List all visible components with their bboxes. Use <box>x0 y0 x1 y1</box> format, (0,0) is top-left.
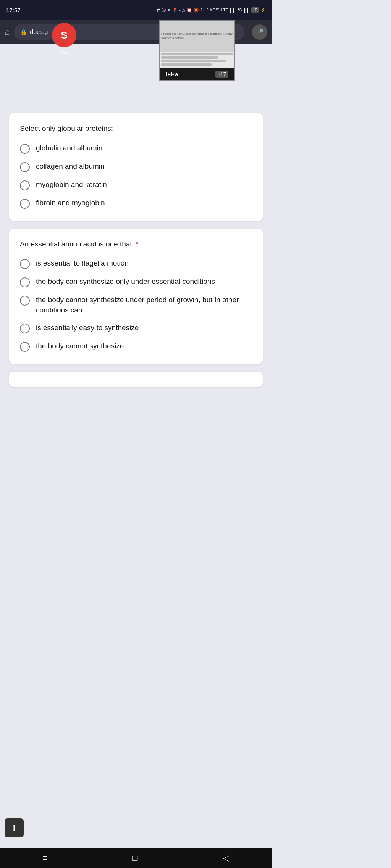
radio-1-3[interactable] <box>20 180 30 190</box>
question-1-card: Select only globular proteins: globulin … <box>9 113 263 221</box>
video-lines <box>160 52 234 68</box>
4g-label: ⁴G <box>238 8 242 13</box>
bottom-partial-card <box>9 372 263 387</box>
required-star: * <box>136 240 138 248</box>
clock-icon: ⏰ <box>187 8 192 13</box>
alarm-icon: △ <box>182 8 185 13</box>
battery-level: 18 <box>251 7 259 13</box>
k-icon: Ⓚ <box>162 7 166 13</box>
nav-menu-icon[interactable]: ≡ <box>42 853 47 863</box>
exclamation-icon: ! <box>13 823 15 833</box>
video-footer: ІнНа +17 <box>160 68 234 80</box>
option-2-4-text: is essentially easy to synthesize <box>36 323 139 333</box>
plus-badge: +17 <box>215 71 228 78</box>
rotate-icon: ⇄ <box>157 8 160 13</box>
time: 17:57 <box>6 7 21 13</box>
mic-icon: 🎤 <box>256 29 263 36</box>
option-1-3[interactable]: myoglobin and keratin <box>20 180 252 190</box>
radio-2-4[interactable] <box>20 324 30 333</box>
radio-2-3[interactable] <box>20 296 30 306</box>
avatar: S <box>52 23 76 47</box>
option-2-1[interactable]: is essential to flagella motion <box>20 258 252 269</box>
network-speed: 11.0 KB/S <box>200 8 220 12</box>
maps-icon: 📍 <box>172 8 178 13</box>
option-2-5-text: the body cannot synthesize <box>36 341 124 351</box>
nav-home-square-icon[interactable]: □ <box>132 853 137 863</box>
avatar-letter: S <box>61 29 67 41</box>
home-icon[interactable]: ⌂ <box>5 27 10 37</box>
video-content: Protein doc text... globular protein des… <box>160 21 234 52</box>
question-2-card: An essential amino acid is one that:* is… <box>9 229 263 364</box>
url-text: docs.g <box>30 29 48 35</box>
radio-1-4[interactable] <box>20 199 30 209</box>
video-overlay: S You Protein doc text... globular prote… <box>52 20 220 55</box>
radio-2-2[interactable] <box>20 277 30 287</box>
signal-bars: ▌▌ <box>244 8 250 12</box>
mic-button-right[interactable]: 🎤 <box>252 24 267 40</box>
main-content: Select only globular proteins: globulin … <box>0 113 272 402</box>
radio-2-5[interactable] <box>20 342 30 352</box>
charge-icon: ⚡ <box>260 8 266 13</box>
option-1-4[interactable]: fibroin and myoglobin <box>20 198 252 209</box>
question-1-options: globulin and albumin collagen and albumi… <box>20 143 252 209</box>
floating-exclamation-button[interactable]: ! <box>5 818 24 837</box>
lte-label: LTE <box>221 8 228 12</box>
status-icons: ⇄ Ⓚ ✕ 📍 • △ ⏰ 🔕 11.0 KB/S LTE ▌▌ ⁴G ▌▌ 1… <box>157 7 266 13</box>
radio-1-2[interactable] <box>20 162 30 172</box>
ihha-label: ІнНа <box>166 71 178 77</box>
lock-icon: 🔒 <box>20 29 27 35</box>
option-2-3[interactable]: the body cannot synthesize under period … <box>20 295 252 315</box>
option-1-1-text: globulin and albumin <box>36 143 102 153</box>
x-icon: ✕ <box>167 8 171 13</box>
avatar-label: You <box>60 49 69 55</box>
bell-icon: 🔕 <box>194 8 199 13</box>
option-2-3-text: the body cannot synthesize under period … <box>36 295 252 315</box>
signal-icon: ▌▌ <box>230 8 236 12</box>
option-1-2-text: collagen and albumin <box>36 161 105 172</box>
option-2-1-text: is essential to flagella motion <box>36 258 129 269</box>
status-bar: 17:57 ⇄ Ⓚ ✕ 📍 • △ ⏰ 🔕 11.0 KB/S LTE ▌▌ ⁴… <box>0 0 272 20</box>
nav-back-icon[interactable]: ◁ <box>223 853 229 863</box>
dot-sep: • <box>179 8 181 12</box>
option-1-2[interactable]: collagen and albumin <box>20 161 252 172</box>
question-2-label: An essential amino acid is one that: <box>20 240 134 248</box>
avatar-container: S You <box>52 23 76 55</box>
question-2-options: is essential to flagella motion the body… <box>20 258 252 352</box>
option-2-2-text: the body can synthesize only under essen… <box>36 277 215 287</box>
option-1-3-text: myoglobin and keratin <box>36 180 107 190</box>
nav-bar: ≡ □ ◁ <box>0 848 272 868</box>
radio-2-1[interactable] <box>20 259 30 269</box>
video-thumbnail: Protein doc text... globular protein des… <box>159 20 235 81</box>
option-2-4[interactable]: is essentially easy to synthesize <box>20 323 252 333</box>
question-1-text: Select only globular proteins: <box>20 124 252 134</box>
option-2-5[interactable]: the body cannot synthesize <box>20 341 252 352</box>
option-1-1[interactable]: globulin and albumin <box>20 143 252 154</box>
radio-1-1[interactable] <box>20 144 30 154</box>
option-2-2[interactable]: the body can synthesize only under essen… <box>20 277 252 287</box>
question-2-text: An essential amino acid is one that:* <box>20 239 252 250</box>
option-1-4-text: fibroin and myoglobin <box>36 198 105 208</box>
